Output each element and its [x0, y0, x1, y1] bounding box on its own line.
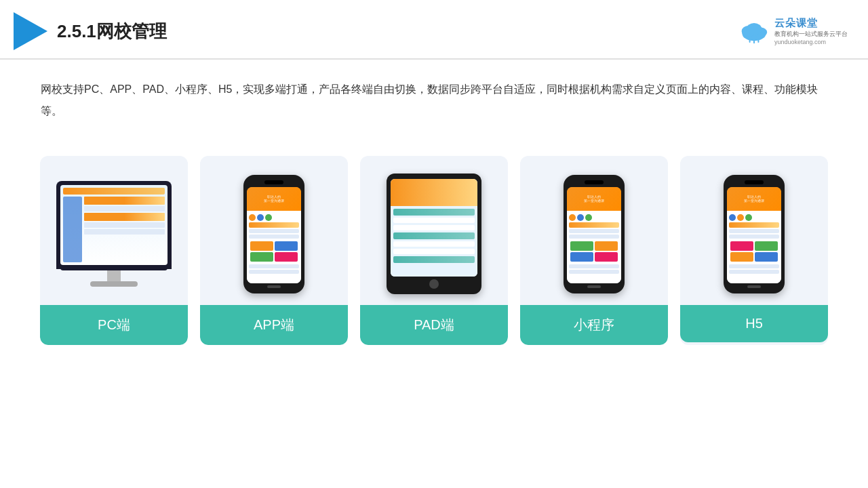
brand-logo: 云朵课堂 教育机构一站式服务云平台 yunduoketang.com: [738, 17, 848, 45]
header-left: 2.5.1网校管理: [14, 12, 167, 50]
description-paragraph: 网校支持PC、APP、PAD、小程序、H5，实现多端打通，产品各终端自由切换，数…: [41, 79, 827, 122]
pc-monitor-icon: [56, 181, 172, 287]
brand-url: yunduoketang.com: [774, 39, 826, 45]
logo-triangle-icon: [14, 12, 47, 50]
brand-text: 云朵课堂 教育机构一站式服务云平台 yunduoketang.com: [774, 17, 848, 45]
description-text: 网校支持PC、APP、PAD、小程序、H5，实现多端打通，产品各终端自由切换，数…: [0, 60, 868, 129]
page-header: 2.5.1网校管理 云朵课堂 教育机构一站式服务云平台 yunduoketang…: [0, 0, 868, 60]
app-card-image: 职达人的第一堂沟通课: [200, 156, 348, 305]
svg-point-3: [747, 23, 762, 35]
h5-card-label: H5: [680, 305, 828, 342]
header-right: 云朵课堂 教育机构一站式服务云平台 yunduoketang.com: [738, 17, 848, 45]
h5-card-image: 职达人的第一堂沟通课: [680, 156, 828, 305]
cards-container: PC端 职达人的第一堂沟通课: [0, 136, 868, 345]
pc-card-label: PC端: [40, 305, 188, 345]
miniprogram-card-label: 小程序: [520, 305, 668, 345]
brand-tagline: 教育机构一站式服务云平台: [774, 30, 848, 39]
app-card-label: APP端: [200, 305, 348, 345]
pad-device-icon: [387, 174, 481, 294]
pad-card: PAD端: [360, 156, 508, 345]
h5-phone-icon: 职达人的第一堂沟通课: [724, 175, 785, 293]
miniprogram-phone-icon: 职达人的第一堂沟通课: [564, 175, 625, 293]
pad-card-image: [360, 156, 508, 305]
page-title: 2.5.1网校管理: [57, 20, 167, 43]
miniprogram-card: 职达人的第一堂沟通课: [520, 156, 668, 345]
h5-card: 职达人的第一堂沟通课: [680, 156, 828, 345]
cloud-logo-icon: [738, 19, 770, 43]
brand-name: 云朵课堂: [774, 17, 818, 30]
app-card: 职达人的第一堂沟通课: [200, 156, 348, 345]
app-phone-icon: 职达人的第一堂沟通课: [243, 175, 304, 293]
pad-card-label: PAD端: [360, 305, 508, 345]
pc-card-image: [40, 156, 188, 305]
miniprogram-card-image: 职达人的第一堂沟通课: [520, 156, 668, 305]
pc-card: PC端: [40, 156, 188, 345]
